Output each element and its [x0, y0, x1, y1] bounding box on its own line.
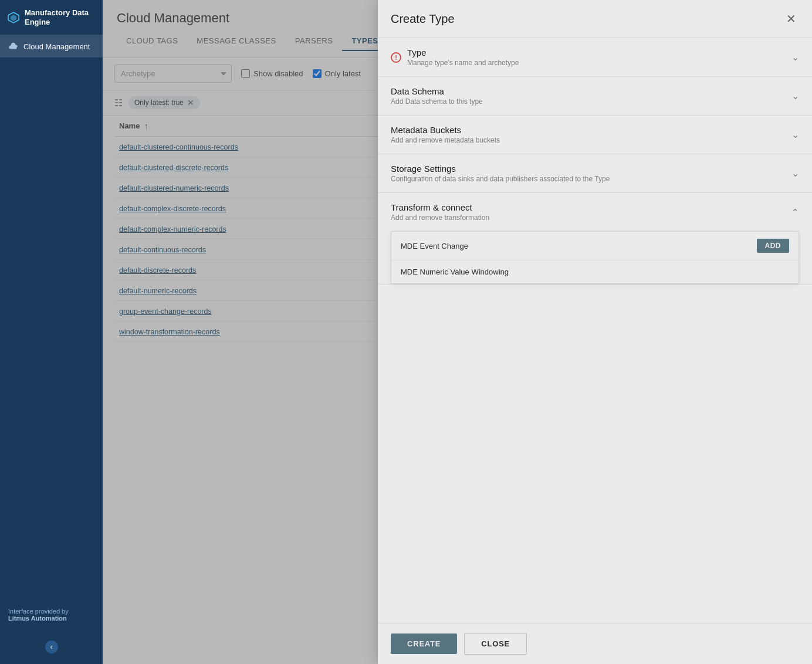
- accordion-data-schema-chevron-icon: ⌄: [791, 90, 799, 101]
- accordion-storage-settings-subtitle: Configuration of data sinks and data pub…: [391, 175, 610, 183]
- sidebar: Manufactory Data Engine Cloud Management…: [0, 0, 103, 664]
- transform-option-0-add-button[interactable]: ADD: [757, 239, 790, 253]
- accordion-storage-settings-title: Storage Settings: [391, 164, 610, 174]
- close-button[interactable]: CLOSE: [464, 633, 527, 655]
- drawer-close-button[interactable]: ✕: [783, 11, 799, 27]
- main-content: Cloud Management CLOUD TAGS MESSAGE CLAS…: [103, 0, 812, 664]
- app-logo-icon: [7, 11, 20, 24]
- sidebar-item-cloud-management[interactable]: Cloud Management: [0, 35, 103, 57]
- accordion-type-subtitle: Manage type's name and archetype: [407, 59, 519, 67]
- create-type-drawer: Create Type ✕ ! Type Manage type's name …: [378, 0, 812, 664]
- cloud-icon: [8, 41, 19, 52]
- accordion-data-schema-subtitle: Add Data schema to this type: [391, 97, 483, 106]
- accordion-metadata-buckets-header[interactable]: Metadata Buckets Add and remove metadata…: [378, 116, 812, 154]
- accordion-data-schema: Data Schema Add Data schema to this type…: [378, 77, 812, 116]
- accordion-transform-connect-header-left: Transform & connect Add and remove trans…: [391, 202, 489, 222]
- transform-options-dropdown: MDE Event Change ADD MDE Numeric Value W…: [391, 231, 799, 284]
- accordion-type-header-left: ! Type Manage type's name and archetype: [391, 48, 519, 67]
- accordion-metadata-buckets-subtitle: Add and remove metadata buckets: [391, 136, 500, 144]
- drawer-header: Create Type ✕: [378, 0, 812, 38]
- transform-option-1: MDE Numeric Value Windowing: [391, 260, 799, 283]
- accordion-storage-settings-header-left: Storage Settings Configuration of data s…: [391, 164, 610, 183]
- accordion-metadata-buckets: Metadata Buckets Add and remove metadata…: [378, 116, 812, 154]
- accordion-transform-connect-header[interactable]: Transform & connect Add and remove trans…: [378, 193, 812, 231]
- accordion-data-schema-header-left: Data Schema Add Data schema to this type: [391, 86, 483, 106]
- accordion-transform-connect-subtitle: Add and remove transformation: [391, 214, 489, 222]
- accordion-data-schema-title: Data Schema: [391, 86, 483, 96]
- accordion-type-header[interactable]: ! Type Manage type's name and archetype …: [378, 38, 812, 76]
- sidebar-header: Manufactory Data Engine: [0, 0, 103, 35]
- accordion-metadata-buckets-title: Metadata Buckets: [391, 125, 500, 135]
- transform-option-0: MDE Event Change ADD: [391, 232, 799, 260]
- sidebar-footer: Interface provided by Litmus Automation: [0, 599, 103, 630]
- drawer-title: Create Type: [391, 12, 455, 26]
- create-button[interactable]: CREATE: [391, 633, 457, 654]
- type-error-icon: !: [391, 52, 401, 63]
- accordion-storage-settings-chevron-icon: ⌄: [791, 168, 799, 179]
- drawer-footer: CREATE CLOSE: [378, 623, 812, 664]
- accordion-storage-settings: Storage Settings Configuration of data s…: [378, 154, 812, 193]
- accordion-transform-connect-title: Transform & connect: [391, 202, 489, 212]
- accordion-type-title: Type: [407, 48, 519, 57]
- accordion-type: ! Type Manage type's name and archetype …: [378, 38, 812, 77]
- accordion-type-chevron-icon: ⌄: [791, 52, 799, 63]
- accordion-transform-connect: Transform & connect Add and remove trans…: [378, 193, 812, 284]
- sidebar-collapse-button[interactable]: ‹: [45, 641, 58, 653]
- app-title: Manufactory Data Engine: [25, 8, 96, 26]
- transform-option-0-label: MDE Event Change: [401, 242, 468, 250]
- accordion-data-schema-header[interactable]: Data Schema Add Data schema to this type…: [378, 77, 812, 115]
- accordion-metadata-buckets-chevron-icon: ⌄: [791, 129, 799, 140]
- drawer-body: ! Type Manage type's name and archetype …: [378, 38, 812, 623]
- accordion-storage-settings-header[interactable]: Storage Settings Configuration of data s…: [378, 154, 812, 192]
- transform-option-1-label: MDE Numeric Value Windowing: [401, 267, 509, 276]
- accordion-metadata-buckets-header-left: Metadata Buckets Add and remove metadata…: [391, 125, 500, 144]
- accordion-transform-connect-chevron-icon: ⌄: [791, 206, 799, 218]
- sidebar-item-label: Cloud Management: [23, 42, 90, 51]
- svg-marker-1: [11, 15, 16, 21]
